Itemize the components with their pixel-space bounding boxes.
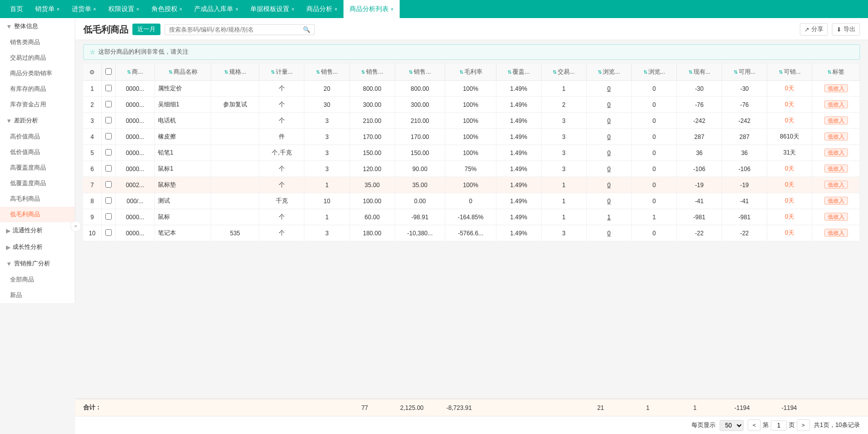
cell-checkbox[interactable]	[101, 209, 115, 225]
sidebar-item-有库存的商品[interactable]: 有库存的商品	[0, 81, 75, 97]
row-checkbox[interactable]	[105, 197, 112, 204]
col-header-coverage[interactable]: ⇅覆盖...	[496, 64, 541, 81]
col-header-tag[interactable]: ⇅标签	[812, 64, 860, 81]
nav-close-icon[interactable]: ×	[235, 7, 238, 12]
nav-item-销货单[interactable]: 销货单×	[29, 0, 66, 18]
cell-checkbox[interactable]	[101, 145, 115, 161]
cell-checkbox[interactable]	[101, 225, 115, 241]
view-link[interactable]: 0	[607, 101, 611, 108]
col-header-view2[interactable]: ⇅浏览...	[631, 64, 676, 81]
col-header-saleable[interactable]: ⇅可销...	[767, 64, 812, 81]
search-input[interactable]	[169, 26, 303, 33]
col-header-gross_margin[interactable]: ⇅毛利率	[445, 64, 496, 81]
view-link[interactable]: 0	[607, 117, 611, 124]
nav-item-单据模板设置[interactable]: 单据模板设置×	[244, 0, 300, 18]
nav-item-进货单[interactable]: 进货单×	[66, 0, 102, 18]
search-icon[interactable]: 🔍	[303, 26, 310, 33]
select-all-checkbox[interactable]	[105, 68, 112, 75]
sidebar-item-全部商品[interactable]: 全部商品	[0, 272, 75, 287]
col-header-name[interactable]: ⇅商品名称	[154, 64, 211, 81]
col-header-unit[interactable]: ⇅计量...	[259, 64, 304, 81]
cell-view1[interactable]: 0	[586, 129, 631, 145]
nav-item-商品分析[interactable]: 商品分析×	[300, 0, 343, 18]
page-input[interactable]	[771, 420, 787, 430]
nav-close-icon[interactable]: ×	[391, 7, 394, 12]
col-header-sales_price[interactable]: ⇅销售...	[350, 64, 395, 81]
next-page-button[interactable]: ＞	[797, 419, 810, 431]
nav-item-角色授权[interactable]: 角色授权×	[145, 0, 189, 18]
sidebar-group-营销推广分析[interactable]: ▼营销推广分析	[0, 255, 75, 272]
nav-item-首页[interactable]: 首页	[4, 0, 29, 18]
nav-close-icon[interactable]: ×	[136, 7, 139, 12]
sidebar-item-新品[interactable]: 新品	[0, 287, 75, 303]
row-checkbox[interactable]	[105, 229, 112, 236]
period-button[interactable]: 近一月	[132, 24, 160, 35]
sidebar-group-整体信息[interactable]: ▼整体信息	[0, 18, 75, 35]
sidebar-item-低价值商品[interactable]: 低价值商品	[0, 144, 75, 160]
view-link[interactable]: 0	[607, 166, 611, 173]
view-link[interactable]: 0	[607, 230, 611, 237]
nav-close-icon[interactable]: ×	[57, 7, 60, 12]
cell-checkbox[interactable]	[101, 161, 115, 177]
cell-checkbox[interactable]	[101, 113, 115, 129]
cell-view1[interactable]: 0	[586, 97, 631, 113]
col-header-current[interactable]: ⇅现有...	[677, 64, 722, 81]
sidebar-item-低覆盖度商品[interactable]: 低覆盖度商品	[0, 176, 75, 191]
row-checkbox[interactable]	[105, 85, 112, 91]
cell-checkbox[interactable]	[101, 193, 115, 209]
cell-checkbox[interactable]	[101, 129, 115, 145]
cell-view1[interactable]: 0	[586, 225, 631, 241]
sidebar-item-低毛利商品[interactable]: 低毛利商品	[0, 207, 75, 222]
per-page-select[interactable]: 50	[720, 420, 744, 431]
row-checkbox[interactable]	[105, 213, 112, 220]
nav-close-icon[interactable]: ×	[334, 7, 337, 12]
cell-checkbox[interactable]	[101, 97, 115, 113]
row-checkbox[interactable]	[105, 149, 112, 156]
nav-close-icon[interactable]: ×	[93, 7, 96, 12]
prev-page-button[interactable]: ＜	[748, 419, 761, 431]
cell-view1[interactable]: 0	[586, 81, 631, 97]
nav-item-商品分析列表[interactable]: 商品分析列表×	[343, 0, 400, 18]
export-button[interactable]: ⬇ 导出	[832, 23, 860, 36]
col-header-available[interactable]: ⇅可用...	[722, 64, 767, 81]
cell-view1[interactable]: 0	[586, 177, 631, 193]
row-checkbox[interactable]	[105, 165, 112, 172]
view-link[interactable]: 0	[607, 198, 611, 205]
col-header-sales_qty[interactable]: ⇅销售...	[304, 64, 350, 81]
col-header-spec[interactable]: ⇅规格...	[211, 64, 259, 81]
share-button[interactable]: ↗ 分享	[800, 23, 828, 36]
sidebar-item-交易过的商品[interactable]: 交易过的商品	[0, 50, 75, 66]
col-header-code[interactable]: ⇅商...	[115, 64, 154, 81]
nav-close-icon[interactable]: ×	[180, 7, 183, 12]
cell-view1[interactable]: 0	[586, 113, 631, 129]
row-checkbox[interactable]	[105, 133, 112, 139]
collapse-sidebar-button[interactable]: «	[70, 221, 81, 232]
sidebar-group-成长性分析[interactable]: ▶成长性分析	[0, 239, 75, 255]
nav-close-icon[interactable]: ×	[291, 7, 294, 12]
cell-checkbox[interactable]	[101, 177, 115, 193]
cell-view1[interactable]: 0	[586, 161, 631, 177]
sidebar-item-高毛利商品[interactable]: 高毛利商品	[0, 191, 75, 207]
nav-item-产成品入库单[interactable]: 产成品入库单×	[188, 0, 244, 18]
row-checkbox[interactable]	[105, 181, 112, 188]
view-link[interactable]: 0	[607, 150, 611, 157]
sidebar-group-差距分析[interactable]: ▼差距分析	[0, 112, 75, 129]
cell-view1[interactable]: 0	[586, 193, 631, 209]
view-link[interactable]: 0	[607, 85, 611, 92]
sidebar-item-高价值商品[interactable]: 高价值商品	[0, 129, 75, 144]
sidebar-item-高覆盖度商品[interactable]: 高覆盖度商品	[0, 160, 75, 176]
row-checkbox[interactable]	[105, 101, 112, 107]
col-header-trade[interactable]: ⇅交易...	[541, 64, 586, 81]
cell-checkbox[interactable]	[101, 81, 115, 97]
view-link[interactable]: 0	[607, 182, 611, 189]
nav-item-权限设置[interactable]: 权限设置×	[102, 0, 145, 18]
sidebar-item-库存资金占用[interactable]: 库存资金占用	[0, 97, 75, 112]
sidebar-group-流通性分析[interactable]: ▶流通性分析	[0, 222, 75, 239]
col-header-view1[interactable]: ⇅浏览...	[586, 64, 631, 81]
sidebar-item-商品分类助销率[interactable]: 商品分类助销率	[0, 66, 75, 81]
col-header-sales_amount[interactable]: ⇅销售...	[395, 64, 445, 81]
view-link[interactable]: 1	[607, 214, 611, 221]
row-checkbox[interactable]	[105, 117, 112, 123]
cell-view1[interactable]: 1	[586, 209, 631, 225]
cell-view1[interactable]: 0	[586, 145, 631, 161]
